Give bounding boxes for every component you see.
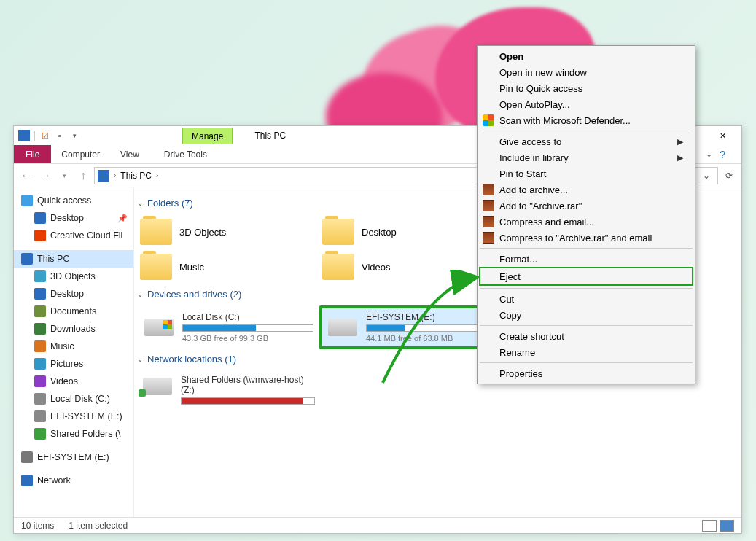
drive-item[interactable]: EFI-SYSTEM (E:) 44.1 MB free of 63.8 MB	[319, 305, 502, 349]
nav-up-button[interactable]: ↑	[75, 168, 91, 184]
menu-item-properties[interactable]: Properties	[479, 365, 693, 381]
drive-label: Local Disk (C:)	[182, 312, 313, 322]
folder-item[interactable]: Videos	[319, 249, 502, 284]
contextual-tab-manage[interactable]: Manage	[182, 128, 233, 144]
group-header-label: Network locations (1)	[147, 354, 236, 365]
help-icon[interactable]: ?	[720, 149, 725, 160]
qat-dropdown-icon[interactable]: ▾	[69, 130, 80, 141]
nav-forward-button[interactable]: →	[37, 168, 53, 184]
menu-separator	[480, 248, 693, 249]
menu-item-add-to-archive-rar[interactable]: Add to "Archive.rar"	[479, 198, 693, 214]
refresh-button[interactable]: ⟳	[721, 168, 737, 184]
ribbon-expand-icon[interactable]: ⌄	[706, 149, 712, 159]
folder-icon	[322, 254, 354, 280]
close-button[interactable]: ✕	[708, 126, 737, 145]
menu-item-label: Open	[499, 51, 523, 62]
sidebar-item-desktop[interactable]: Desktop	[14, 285, 133, 303]
drive-icon	[328, 319, 357, 336]
sidebar-item-3d-objects[interactable]: 3D Objects	[14, 268, 133, 285]
status-bar: 10 items 1 item selected	[14, 517, 741, 533]
chevron-right-icon[interactable]: ›	[156, 171, 158, 179]
sidebar-item-label: Downloads	[50, 324, 96, 334]
nav-recent-button[interactable]: ▾	[56, 168, 72, 184]
status-selection: 1 item selected	[69, 521, 128, 531]
breadcrumb-item[interactable]: This PC	[120, 171, 152, 181]
network-drive-item[interactable]: Shared Folders (\\vmware-host) (Z:)	[137, 370, 319, 411]
menu-item-format[interactable]: Format...	[479, 251, 693, 267]
menu-item-eject[interactable]: Eject	[479, 267, 693, 286]
file-tab[interactable]: File	[14, 145, 51, 163]
menu-item-pin-to-start[interactable]: Pin to Start	[479, 166, 693, 182]
menu-item-label: Include in library	[499, 152, 569, 163]
menu-item-label: Rename	[499, 347, 535, 358]
qat-properties-icon[interactable]: ☑	[39, 130, 51, 141]
menu-item-open[interactable]: Open	[479, 48, 693, 64]
menu-item-rename[interactable]: Rename	[479, 344, 693, 360]
nav-back-button[interactable]: ←	[18, 168, 34, 184]
cc-icon	[34, 230, 46, 241]
menu-item-compress-and-email[interactable]: Compress and email...	[479, 214, 693, 230]
tab-computer[interactable]: Computer	[51, 149, 110, 160]
sidebar-item-local-disk-c-[interactable]: Local Disk (C:)	[14, 390, 133, 408]
menu-item-add-to-archive[interactable]: Add to archive...	[479, 182, 693, 198]
folder-label: Desktop	[362, 227, 397, 238]
sidebar-item-shared-folders-[interactable]: Shared Folders (\	[14, 425, 133, 443]
tab-view[interactable]: View	[110, 149, 149, 160]
sidebar-item-documents[interactable]: Documents	[14, 303, 133, 320]
pc-icon	[18, 130, 30, 141]
view-large-icons-icon[interactable]	[720, 520, 734, 532]
menu-separator	[480, 362, 693, 363]
drive-item[interactable]: Local Disk (C:) 43.3 GB free of 99.3 GB	[137, 305, 319, 349]
folder-label: Videos	[362, 262, 391, 273]
menu-item-copy[interactable]: Copy	[479, 307, 693, 323]
archive-icon	[482, 199, 495, 212]
sidebar-item-label: EFI-SYSTEM (E:)	[50, 411, 122, 421]
sidebar-item-efi-system-e-[interactable]: EFI-SYSTEM (E:)	[14, 408, 133, 425]
menu-separator	[480, 325, 693, 326]
sidebar-item-network[interactable]: Network	[14, 472, 133, 489]
folder-item[interactable]: Music	[137, 249, 319, 284]
defender-icon	[482, 114, 495, 127]
menu-item-open-in-new-window[interactable]: Open in new window	[479, 64, 693, 80]
sidebar-item-creative-cloud-fil[interactable]: Creative Cloud Fil	[14, 227, 133, 244]
drive-capacity-bar	[181, 397, 315, 405]
folder-item[interactable]: 3D Objects	[137, 214, 319, 249]
menu-item-include-in-library[interactable]: Include in library▶	[479, 149, 693, 166]
menu-item-label: Add to "Archive.rar"	[499, 201, 582, 211]
menu-item-label: Give access to	[499, 136, 561, 147]
sidebar-item-this-pc[interactable]: This PC	[14, 250, 133, 268]
disk-icon	[34, 393, 46, 405]
menu-item-cut[interactable]: Cut	[479, 291, 693, 307]
sidebar-item-efi-system-e-[interactable]: EFI-SYSTEM (E:)	[14, 448, 133, 466]
sidebar-item-label: Videos	[50, 376, 78, 386]
menu-item-pin-to-quick-access[interactable]: Pin to Quick access	[479, 80, 693, 96]
disk-icon	[34, 410, 46, 422]
archive-icon	[482, 215, 495, 228]
chevron-down-icon: ⌄	[137, 290, 143, 298]
menu-item-create-shortcut[interactable]: Create shortcut	[479, 328, 693, 344]
menu-item-open-autoplay[interactable]: Open AutoPlay...	[479, 96, 693, 112]
sidebar-item-videos[interactable]: Videos	[14, 373, 133, 390]
menu-item-give-access-to[interactable]: Give access to▶	[479, 133, 693, 149]
network-drive-label: Shared Folders (\\vmware-host)	[181, 375, 315, 385]
qat-new-folder-icon[interactable]: ▫	[54, 130, 66, 141]
folder-item[interactable]: Desktop	[319, 214, 502, 249]
chevron-right-icon: ›	[114, 171, 116, 179]
sidebar-item-label: Quick access	[37, 195, 91, 206]
submenu-arrow-icon: ▶	[677, 137, 683, 147]
folder-label: 3D Objects	[179, 227, 226, 238]
sidebar-item-label: Music	[50, 341, 74, 351]
group-header-label: Devices and drives (2)	[147, 289, 241, 300]
menu-item-scan-with-microsoft-defender[interactable]: Scan with Microsoft Defender...	[479, 112, 693, 128]
sidebar-item-quick-access[interactable]: Quick access	[14, 192, 133, 209]
sidebar-item-pictures[interactable]: Pictures	[14, 355, 133, 373]
view-details-icon[interactable]	[702, 520, 717, 532]
network-drive-icon	[143, 378, 172, 395]
sidebar-item-downloads[interactable]: Downloads	[14, 320, 133, 338]
tab-drive-tools[interactable]: Drive Tools	[154, 149, 217, 160]
sidebar-item-desktop[interactable]: Desktop📌	[14, 209, 133, 227]
3d-icon	[34, 270, 46, 282]
menu-item-compress-to-archive-rar-and-email[interactable]: Compress to "Archive.rar" and email	[479, 230, 693, 246]
address-dropdown-icon[interactable]: ⌄	[698, 168, 714, 184]
sidebar-item-music[interactable]: Music	[14, 338, 133, 355]
